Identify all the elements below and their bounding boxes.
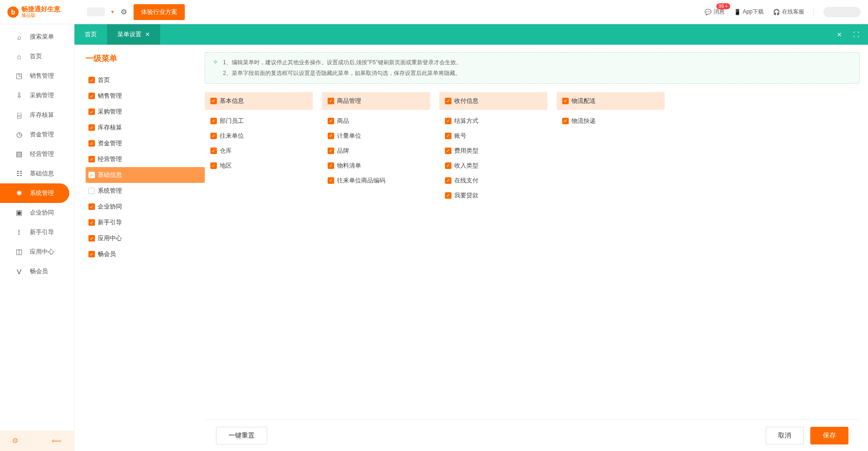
checkbox[interactable]: ✓ [328, 118, 334, 124]
tab-1[interactable]: 菜单设置✕ [107, 24, 160, 45]
level1-menu-item-2[interactable]: ✓采购管理 [86, 104, 205, 120]
checkbox[interactable]: ✓ [445, 133, 451, 139]
card-row[interactable]: ✓地区 [205, 158, 313, 173]
checkbox[interactable]: ✓ [88, 156, 95, 162]
checkbox[interactable]: ✓ [210, 98, 217, 104]
checkbox[interactable]: ✓ [210, 133, 217, 139]
card-row[interactable]: ✓结算方式 [439, 114, 547, 128]
checkbox[interactable]: ✓ [328, 177, 334, 184]
card-row[interactable]: ✓计量单位 [322, 128, 430, 143]
sidebar-item-12[interactable]: V畅会员 [0, 262, 74, 281]
checkbox[interactable]: ✓ [328, 98, 334, 104]
checkbox[interactable]: ✓ [328, 133, 334, 139]
checkbox[interactable]: ✓ [445, 162, 451, 169]
checkbox[interactable]: ✓ [445, 98, 451, 104]
sidebar-item-3[interactable]: ⇩采购管理 [0, 86, 74, 105]
card-header[interactable]: ✓收付信息 [439, 92, 547, 110]
card-header[interactable]: ✓物流配送 [557, 92, 665, 110]
level1-menu-item-11[interactable]: ✓畅会员 [86, 246, 205, 262]
card-row-label: 往来单位 [220, 132, 244, 140]
sidebar-item-label: 首页 [30, 52, 42, 61]
level1-menu-item-4[interactable]: ✓资金管理 [86, 135, 205, 151]
checkbox[interactable]: ✓ [88, 124, 95, 131]
sidebar: ⌕搜索菜单⌂首页◳销售管理⇩采购管理⌸库存核算◷资金管理▤经营管理☷基础信息✺系… [0, 24, 74, 451]
checkbox[interactable]: ✓ [210, 162, 217, 169]
card-row[interactable]: ✓往来单位商品编码 [322, 173, 430, 188]
app-download-link[interactable]: 📱 App下载 [734, 8, 764, 16]
card-row[interactable]: ✓在线支付 [439, 173, 547, 188]
checkbox[interactable]: ✓ [445, 192, 451, 199]
tab-0[interactable]: 首页 [74, 24, 107, 45]
fullscreen-button[interactable]: ⛶ [849, 28, 862, 41]
card-row[interactable]: ✓收入类型 [439, 158, 547, 173]
logo[interactable]: b 畅捷通好生意 臻品版 [7, 6, 80, 19]
level1-menu-item-9[interactable]: ✓新手引导 [86, 215, 205, 230]
card-row[interactable]: ✓账号 [439, 128, 547, 143]
sidebar-item-9[interactable]: ▣企业协同 [0, 203, 74, 222]
sidebar-item-6[interactable]: ▤经营管理 [0, 144, 74, 164]
gear-icon[interactable]: ⚙ [121, 7, 127, 16]
checkbox[interactable]: ✓ [210, 118, 217, 124]
level1-menu-item-6[interactable]: ✓基础信息 [86, 167, 205, 183]
sidebar-item-1[interactable]: ⌂首页 [0, 47, 74, 66]
collapse-icon[interactable]: ⟸ [52, 437, 62, 445]
level1-menu-item-5[interactable]: ✓经营管理 [86, 151, 205, 167]
checkbox[interactable]: ✓ [88, 251, 95, 257]
checkbox[interactable]: ✓ [562, 118, 569, 124]
close-all-tabs-button[interactable]: ✕ [833, 28, 846, 41]
level1-menu-item-8[interactable]: ✓企业协同 [86, 199, 205, 215]
checkbox[interactable]: ✓ [88, 235, 95, 242]
sidebar-item-5[interactable]: ◷资金管理 [0, 125, 74, 144]
messages-link[interactable]: 💬 消息 99 + [705, 8, 725, 16]
sidebar-item-0[interactable]: ⌕搜索菜单 [0, 27, 74, 47]
card-row[interactable]: ✓费用类型 [439, 143, 547, 158]
checkbox[interactable]: ✓ [562, 98, 569, 104]
account-selector[interactable]: ​ ▾ ⚙ [87, 7, 127, 16]
checkbox[interactable]: ✓ [328, 162, 334, 169]
checkbox[interactable]: ✓ [210, 148, 217, 154]
checkbox[interactable]: ✓ [88, 140, 95, 147]
card-row[interactable]: ✓品牌 [322, 143, 430, 158]
level1-menu-item-0[interactable]: ✓首页 [86, 72, 205, 88]
card-row[interactable]: ✓商品 [322, 114, 430, 128]
close-icon[interactable]: ✕ [145, 31, 150, 38]
card-row[interactable]: ✓仓库 [205, 143, 313, 158]
checkbox[interactable]: ✓ [445, 148, 451, 154]
checkbox[interactable]: ✓ [328, 148, 334, 154]
save-button[interactable]: 保存 [810, 427, 848, 444]
sidebar-item-2[interactable]: ◳销售管理 [0, 66, 74, 86]
checkbox[interactable]: ✓ [88, 77, 95, 83]
sidebar-item-icon: ⇩ [15, 91, 23, 100]
level1-menu-item-1[interactable]: ✓销售管理 [86, 88, 205, 104]
sidebar-item-10[interactable]: ⟟新手引导 [0, 222, 74, 242]
divider [814, 8, 814, 16]
card-row[interactable]: ✓往来单位 [205, 128, 313, 143]
avatar[interactable] [823, 7, 861, 17]
sidebar-item-8[interactable]: ✺系统管理 [0, 183, 69, 203]
level1-menu-item-10[interactable]: ✓应用中心 [86, 230, 205, 246]
checkbox[interactable]: ✓ [88, 203, 95, 210]
card-row[interactable]: ✓我要贷款 [439, 188, 547, 203]
reset-button[interactable]: 一键重置 [216, 427, 267, 444]
level1-menu-item-7[interactable]: 系统管理 [86, 183, 205, 199]
checkbox[interactable]: ✓ [445, 118, 451, 124]
sidebar-item-11[interactable]: ◫应用中心 [0, 242, 74, 262]
checkbox[interactable]: ✓ [445, 177, 451, 184]
card-header[interactable]: ✓商品管理 [322, 92, 430, 110]
settings-icon[interactable]: ⚙ [12, 437, 18, 445]
card-row[interactable]: ✓物流快递 [557, 114, 665, 128]
cancel-button[interactable]: 取消 [766, 427, 804, 444]
checkbox[interactable]: ✓ [88, 108, 95, 115]
sidebar-item-4[interactable]: ⌸库存核算 [0, 105, 74, 125]
sidebar-item-7[interactable]: ☷基础信息 [0, 164, 74, 183]
online-service-link[interactable]: 🎧 在线客服 [773, 8, 804, 16]
try-industry-button[interactable]: 体验行业方案 [134, 4, 185, 20]
card-row[interactable]: ✓部门员工 [205, 114, 313, 128]
checkbox[interactable] [88, 188, 95, 194]
checkbox[interactable]: ✓ [88, 93, 95, 99]
level1-menu-item-3[interactable]: ✓库存核算 [86, 120, 205, 135]
card-row[interactable]: ✓物料清单 [322, 158, 430, 173]
checkbox[interactable]: ✓ [88, 219, 95, 226]
card-header[interactable]: ✓基本信息 [205, 92, 313, 110]
checkbox[interactable]: ✓ [88, 172, 95, 178]
